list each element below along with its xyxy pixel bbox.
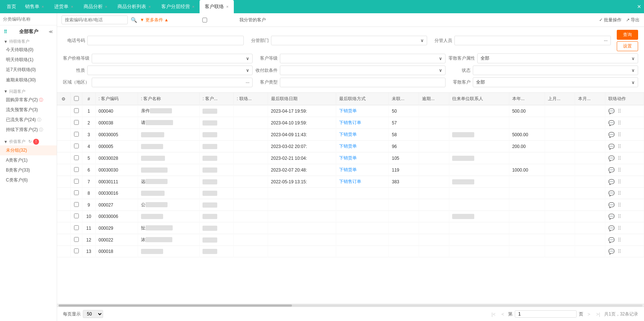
phone-input[interactable] — [87, 36, 244, 45]
search-icon[interactable]: 🔍 — [131, 17, 137, 23]
status-select[interactable]: ∨ — [473, 66, 638, 75]
col-check-all[interactable] — [70, 93, 82, 105]
row-check[interactable] — [70, 222, 82, 234]
contact-icon[interactable]: 💬 — [608, 132, 615, 138]
more-icon[interactable]: ⠿ — [617, 190, 621, 196]
more-icon[interactable]: ⠿ — [617, 248, 621, 254]
col-this-year[interactable]: 本年... — [509, 93, 545, 105]
waiting-contact-group[interactable]: ▼ 待联络客户 — [0, 36, 57, 45]
col-customer-type[interactable]: : 客户... — [200, 93, 234, 105]
row-checkbox[interactable] — [74, 202, 79, 207]
customer-type-select[interactable] — [280, 78, 445, 87]
tab-customer-contact[interactable]: 客户联络 × — [200, 0, 233, 13]
col-this-month[interactable]: 本月... — [575, 93, 605, 105]
row-check[interactable] — [70, 164, 82, 176]
my-customers-checkbox[interactable] — [172, 18, 238, 22]
col-settings[interactable]: ⚙ — [57, 93, 70, 105]
tab-customer-segment-close[interactable]: × — [192, 4, 194, 9]
more-icon[interactable]: ⠿ — [617, 155, 621, 161]
row-checkbox[interactable] — [74, 190, 79, 195]
contact-icon[interactable]: 💬 — [608, 120, 615, 126]
row-checkbox[interactable] — [74, 214, 79, 218]
row-checkbox[interactable] — [74, 155, 79, 160]
more-icon[interactable]: ⠿ — [617, 202, 621, 208]
row-check[interactable] — [70, 141, 82, 152]
row-check[interactable] — [70, 152, 82, 164]
tab-purchase-close[interactable]: × — [71, 4, 73, 9]
nature-select[interactable]: ∨ — [87, 66, 253, 75]
prev-page-btn[interactable]: < — [500, 311, 506, 318]
row-checkbox[interactable] — [74, 132, 79, 137]
price-group-header[interactable]: ▼ 价值客户 ↻ ! — [0, 137, 57, 145]
contact-icon[interactable]: 💬 — [608, 248, 615, 254]
contact-icon[interactable]: 💬 — [608, 202, 615, 208]
row-checkbox[interactable] — [74, 167, 79, 172]
window-close-button[interactable]: × — [637, 3, 641, 11]
tab-product-analysis-close[interactable]: × — [105, 4, 107, 9]
col-last-month[interactable]: 上月... — [545, 93, 575, 105]
row-check[interactable] — [70, 176, 82, 188]
row-checkbox[interactable] — [74, 108, 79, 113]
col-last-method[interactable]: 最后联络方式 — [336, 93, 389, 105]
more-icon[interactable]: ⠿ — [617, 132, 621, 138]
horizontal-scrollbar[interactable] — [57, 304, 644, 307]
per-page-select[interactable]: 50 100 200 — [83, 310, 103, 318]
tab-home[interactable]: 首页 — [3, 0, 20, 13]
sidebar-item-flow-warning[interactable]: 流失预警客户(3) — [0, 105, 57, 115]
sidebar-item-fixed-abnormal[interactable]: 固购异常客户(2) ⓘ — [0, 95, 57, 105]
row-checkbox[interactable] — [74, 144, 79, 148]
problem-customers-group[interactable]: ▼ 问题客户 — [0, 87, 57, 95]
row-check[interactable] — [70, 234, 82, 246]
sidebar-item-today[interactable]: 今天待联络(0) — [0, 45, 57, 55]
more-icon[interactable]: ⠿ — [617, 179, 621, 185]
contact-icon[interactable]: 💬 — [608, 225, 615, 231]
last-page-btn[interactable]: >| — [594, 311, 602, 318]
tab-customer-segment[interactable]: 客户分层经营 × — [156, 0, 200, 13]
row-check[interactable] — [70, 211, 82, 222]
row-check[interactable] — [70, 199, 82, 211]
dept-select[interactable]: ∨ — [271, 36, 427, 45]
retail-customer-select[interactable]: 全部 ∨ — [473, 77, 638, 87]
tab-product-analysis[interactable]: 商品分析 × — [78, 0, 112, 13]
tab-product-analysis-list[interactable]: 商品分析列表 × — [112, 0, 156, 13]
contact-icon[interactable]: 💬 — [608, 167, 615, 173]
row-check[interactable] — [70, 105, 82, 117]
tab-sales[interactable]: 销售单 × — [20, 0, 49, 13]
price-refresh-icon[interactable]: ↻ — [28, 139, 32, 144]
row-checkbox[interactable] — [74, 225, 79, 230]
more-icon[interactable]: ⠿ — [617, 225, 621, 231]
export-btn[interactable]: ↗ 导出 — [626, 17, 640, 23]
more-icon[interactable]: ⠿ — [617, 120, 621, 126]
first-page-btn[interactable]: |< — [490, 311, 497, 318]
contact-icon[interactable]: 💬 — [608, 190, 615, 196]
page-number-input[interactable] — [515, 310, 577, 318]
col-contact[interactable]: : 联络... — [233, 93, 268, 105]
row-checkbox[interactable] — [74, 120, 79, 125]
row-check[interactable] — [70, 117, 82, 129]
tab-sales-close[interactable]: × — [42, 4, 44, 9]
sidebar-all-customers-header[interactable]: ⠿ 全部客户 ≪ — [0, 25, 57, 36]
batch-operations-btn[interactable]: ✓ 批量操作 — [599, 17, 622, 23]
area-select[interactable]: ··· — [92, 78, 253, 87]
more-icon[interactable]: ⠿ — [617, 214, 621, 219]
contact-icon[interactable]: 💬 — [608, 237, 615, 243]
col-last-date[interactable]: 最后联络日期 — [268, 93, 336, 105]
sidebar-item-overdue[interactable]: 逾期未联络(30) — [0, 75, 57, 85]
tab-customer-contact-close[interactable]: × — [226, 4, 228, 9]
manager-select[interactable]: ··· — [454, 36, 611, 45]
scroll-thumb[interactable] — [59, 304, 292, 307]
price-level-select[interactable]: ∨ — [92, 54, 253, 63]
tab-product-analysis-list-close[interactable]: × — [148, 4, 151, 9]
more-icon[interactable]: ⠿ — [617, 144, 621, 149]
col-customer-code[interactable]: : 客户编码 — [95, 93, 138, 105]
contact-icon[interactable]: 💬 — [608, 144, 615, 149]
contact-icon[interactable]: 💬 — [608, 108, 615, 114]
row-check[interactable] — [70, 188, 82, 199]
sidebar-item-week[interactable]: 近7天待联络(0) — [0, 65, 57, 75]
col-no-contact[interactable]: 未联... — [389, 93, 419, 105]
payment-select[interactable]: ∨ — [280, 66, 445, 75]
contact-icon[interactable]: 💬 — [608, 214, 615, 219]
check-all-checkbox[interactable] — [74, 96, 79, 101]
col-customer-name[interactable]: : 客户名称 — [138, 93, 199, 105]
next-page-btn[interactable]: > — [585, 311, 592, 318]
